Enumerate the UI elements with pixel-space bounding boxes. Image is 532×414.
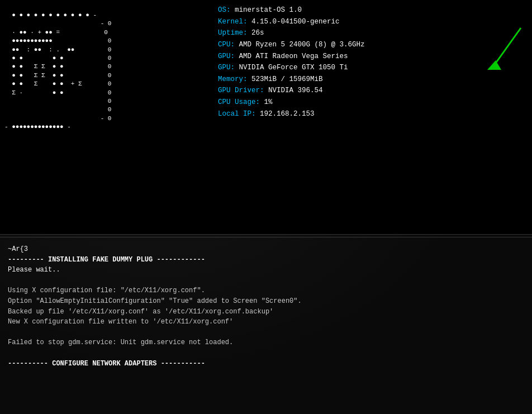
terminal-line-7: New X configuration file written to '/et… [8,317,524,327]
system-info-panel: OS: minerstat-OS 1.0 Kernel: 4.15.0-0415… [212,0,532,234]
ascii-art: ● ● ● ● ● ● ● ● ● ● ● - - 0 · ●● · + ●● … [4,11,208,131]
kernel-label: Kernel: [218,18,251,26]
cpu-value: AMD Ryzen 5 2400G (8) @ 3.6GHz [239,41,365,49]
separator [0,237,532,237]
os-label: OS: [218,6,235,14]
terminal-line-6: Backed up file '/etc/X11/xorg.conf' as '… [8,307,524,317]
terminal-line-5: Option "AllowEmptyInitialConfiguration" … [8,296,524,307]
terminal-line-9: Failed to stop gdm.service: Unit gdm.ser… [8,337,524,348]
cpu-usage-label: CPU Usage: [218,98,264,106]
gpu1-label: GPU: [218,53,239,60]
driver-value: NVIDIA 396.54 [268,87,323,94]
memory-label: Memory: [218,75,251,83]
cpu-label: CPU: [218,41,239,49]
cpu-usage-line: CPU Usage: 1% [218,97,526,108]
ascii-art-panel: ● ● ● ● ● ● ● ● ● ● ● - - 0 · ●● · + ●● … [0,0,212,234]
os-line: OS: minerstat-OS 1.0 [218,4,526,16]
terminal-prompt: ~Ar{3 [8,244,524,255]
terminal-screen: ● ● ● ● ● ● ● ● ● ● ● - - 0 · ●● · + ●● … [0,0,532,414]
terminal-output: ~Ar{3 --------- INSTALLING FAKE DUMMY PL… [0,240,532,414]
terminal-line-2: Please wait.. [8,265,524,275]
terminal-line-1: --------- INSTALLING FAKE DUMMY PLUG ---… [8,255,524,265]
gpu1-value: AMD ATI Radeon Vega Series [239,53,348,60]
uptime-value: 26s [251,29,264,37]
cpu-usage-value: 1% [264,98,273,106]
memory-value: 523MiB / 15969MiB [251,75,323,83]
ip-label: Local IP: [218,110,260,118]
terminal-line-10 [8,348,524,359]
uptime-label: Uptime: [218,29,251,37]
svg-line-0 [493,28,521,67]
os-value: minerstat-OS 1.0 [235,6,302,14]
terminal-line-3 [8,275,524,286]
terminal-line-4: Using X configuration file: "/etc/X11/xo… [8,285,524,296]
gpu2-label: GPU: [218,64,239,72]
kernel-value: 4.15.0-041500-generic [251,18,340,26]
gpu2-value: NVIDIA GeForce GTX 1050 Ti [239,64,348,72]
top-section: ● ● ● ● ● ● ● ● ● ● ● - - 0 · ●● · + ●● … [0,0,532,235]
green-arrow [476,17,526,78]
ip-value: 192.168.2.153 [260,110,315,118]
svg-marker-1 [487,60,501,70]
terminal-line-11: ---------- CONFIGURE NETWORK ADAPTERS --… [8,359,524,369]
ip-line: Local IP: 192.168.2.153 [218,108,526,120]
terminal-line-8 [8,327,524,338]
driver-line: GPU Driver: NVIDIA 396.54 [218,85,526,97]
driver-label: GPU Driver: [218,87,268,94]
